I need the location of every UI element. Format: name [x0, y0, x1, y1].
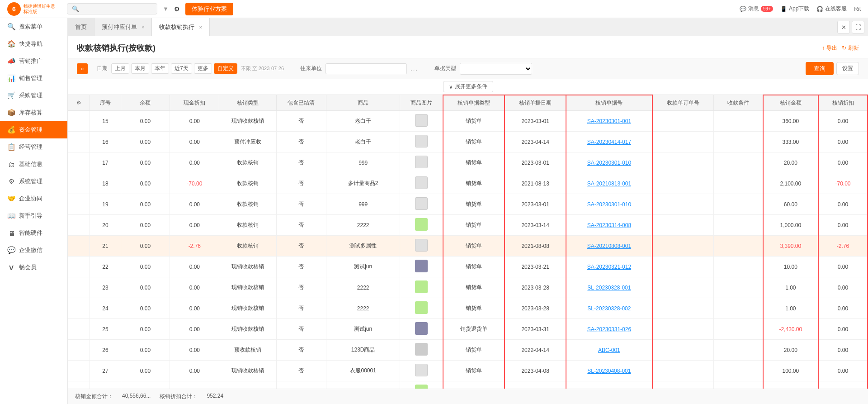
sidebar-item-marketing[interactable]: 📣 营销推广 — [0, 52, 67, 70]
megaphone-icon: 📣 — [7, 57, 15, 65]
date-btn-last-month[interactable]: 上月 — [111, 63, 129, 74]
th-goods: 商品 — [326, 95, 400, 111]
td-receipt-no — [652, 236, 714, 257]
td-amount: 2,100.00 — [763, 173, 818, 194]
export-button[interactable]: ↑ 导出 — [822, 44, 837, 52]
td-amount: 1.00 — [763, 277, 818, 298]
td-verify-no[interactable]: SA-20230314-008 — [566, 215, 652, 236]
td-verify-no[interactable]: SA-20230301-010 — [566, 152, 652, 173]
td-verify-no[interactable]: SL-20230418-001 — [566, 381, 652, 389]
sidebar-label-basic: 基础信息 — [19, 160, 42, 168]
sidebar-item-wechat[interactable]: 💬 企业微信 — [0, 242, 67, 259]
dropdown-arrow-icon[interactable]: ▼ — [163, 5, 169, 12]
settings-icon[interactable]: ⚙ — [174, 5, 180, 13]
td-balance: 0.00 — [121, 277, 170, 298]
sidebar-item-hardware[interactable]: 🖥 智能硬件 — [0, 224, 67, 242]
td-balance: 0.00 — [121, 152, 170, 173]
sidebar-item-collab[interactable]: 🤝 企业协同 — [0, 190, 67, 207]
app-download-area[interactable]: 📱 App下载 — [780, 5, 809, 13]
table-footer: 核销金额合计： 40,556,66... 核销折扣合计： 952.24 — [68, 389, 868, 404]
td-seq: 25 — [90, 319, 121, 340]
content-area: 首页 预付冲应付单 × 收款核销执行 × ✕ ⛶ 收款核销执行(按收款) ↑ — [68, 18, 868, 404]
sidebar: 🔍 搜索菜单 🏠 快捷导航 📣 营销推广 📊 销售管理 🛒 采购管理 📦 库存核… — [0, 18, 68, 404]
td-type: 收款核销 — [219, 152, 277, 173]
td-discount: 0.00 — [818, 381, 868, 389]
td-gear — [68, 194, 90, 215]
tab-home[interactable]: 首页 — [68, 18, 94, 36]
th-gear[interactable]: ⚙ — [68, 95, 90, 111]
maximize-button[interactable]: ⛶ — [852, 21, 864, 33]
td-verify-type: 销货单 — [443, 381, 505, 389]
td-verify-no[interactable]: SA-20230301-010 — [566, 194, 652, 215]
th-verify-date: 核销单据日期 — [505, 95, 566, 111]
td-condition — [714, 340, 763, 361]
settings-button[interactable]: 设置 — [836, 62, 859, 75]
sidebar-item-vip[interactable]: V 畅会员 — [0, 259, 67, 276]
industry-button[interactable]: 体验行业方案 — [185, 3, 233, 15]
sidebar-item-system[interactable]: ⚙ 系统管理 — [0, 173, 67, 190]
online-service-area[interactable]: 🎧 在线客服 — [816, 5, 847, 13]
td-type: 现销收款核销 — [219, 298, 277, 319]
td-balance: 0.00 — [121, 298, 170, 319]
td-seq: 28 — [90, 381, 121, 389]
td-goods: 2222 — [326, 298, 400, 319]
date-btn-this-month[interactable]: 本月 — [131, 63, 149, 74]
td-verify-no[interactable]: SA-20230321-012 — [566, 257, 652, 277]
data-table: ⚙ 序号 余额 现金折扣 核销类型 包含已结清 商品 商品图片 核销单据类型 核… — [68, 95, 868, 389]
td-image — [400, 215, 443, 236]
expand-conditions-button[interactable]: ∨ 展开更多条件 — [443, 81, 493, 92]
td-verify-no[interactable]: SA-20230331-026 — [566, 319, 652, 340]
refresh-label: 刷新 — [848, 44, 859, 52]
table-row: 21 0.00 -2.76 收款核销 否 测试多属性 销货单 2021-08-0… — [68, 236, 868, 257]
date-btn-this-year[interactable]: 本年 — [151, 63, 169, 74]
collapse-btn[interactable]: » — [77, 63, 88, 74]
sidebar-item-quicknav[interactable]: 🏠 快捷导航 — [0, 35, 67, 52]
sidebar-item-operations[interactable]: 📋 经营管理 — [0, 138, 67, 156]
sidebar-item-sales[interactable]: 📊 销售管理 — [0, 70, 67, 87]
tab-verify-close[interactable]: × — [199, 24, 202, 30]
td-verify-no[interactable]: SA-20230414-017 — [566, 132, 652, 152]
query-button[interactable]: 查询 — [806, 62, 834, 75]
sidebar-label-system: 系统管理 — [19, 177, 42, 185]
tab-prepay-label: 预付冲应付单 — [102, 23, 137, 31]
td-gear — [68, 361, 90, 381]
td-verify-no[interactable]: SL-20230408-001 — [566, 361, 652, 381]
td-discount: -70.00 — [818, 173, 868, 194]
expand-down-icon: ∨ — [449, 84, 453, 90]
sidebar-item-inventory[interactable]: 📦 库存核算 — [0, 104, 67, 121]
refresh-button[interactable]: ↻ 刷新 — [842, 44, 859, 52]
tab-bar: 首页 预付冲应付单 × 收款核销执行 × ✕ ⛶ — [68, 18, 868, 36]
td-verify-type: 销货单 — [443, 152, 505, 173]
td-verify-no[interactable]: SA-20230301-001 — [566, 111, 652, 132]
search-area[interactable]: 🔍 — [67, 3, 157, 14]
td-seq: 26 — [90, 340, 121, 361]
td-amount: 333.00 — [763, 132, 818, 152]
td-verify-no[interactable]: SA-20210808-001 — [566, 236, 652, 257]
sidebar-item-purchase[interactable]: 🛒 采购管理 — [0, 87, 67, 104]
sidebar-item-finance[interactable]: 💰 资金管理 — [0, 121, 67, 138]
sidebar-item-guide[interactable]: 📖 新手引导 — [0, 207, 67, 224]
date-btn-7days[interactable]: 近7天 — [171, 63, 192, 74]
top-bar-right: 💬 消息 99+ 📱 App下载 🎧 在线客服 Rit — [740, 5, 861, 13]
date-btn-more[interactable]: 更多 — [194, 63, 212, 74]
close-window-button[interactable]: ✕ — [837, 21, 850, 33]
td-amount: 100.00 — [763, 361, 818, 381]
tab-prepay-close[interactable]: × — [142, 24, 144, 30]
td-verify-no[interactable]: SL-20230328-001 — [566, 277, 652, 298]
tab-verify[interactable]: 收款核销执行 × — [152, 18, 209, 36]
notification-area[interactable]: 💬 消息 99+ — [740, 5, 773, 13]
td-verify-no[interactable]: ABC-001 — [566, 340, 652, 361]
table-container: ⚙ 序号 余额 现金折扣 核销类型 包含已结清 商品 商品图片 核销单据类型 核… — [68, 95, 868, 389]
unit-filter-input[interactable] — [326, 63, 407, 74]
td-condition — [714, 277, 763, 298]
td-verify-date: 2023-04-14 — [505, 132, 566, 152]
type-filter-select[interactable] — [460, 63, 532, 75]
td-verify-no[interactable]: SA-20210813-001 — [566, 173, 652, 194]
td-amount: 360.00 — [763, 111, 818, 132]
tab-prepay[interactable]: 预付冲应付单 × — [94, 18, 152, 36]
td-verify-no[interactable]: SL-20230328-002 — [566, 298, 652, 319]
date-btn-custom[interactable]: 自定义 — [214, 63, 237, 74]
sidebar-item-basic[interactable]: 🗂 基础信息 — [0, 156, 67, 173]
sidebar-item-search[interactable]: 🔍 搜索菜单 — [0, 18, 67, 35]
user-area[interactable]: Rit — [854, 6, 861, 12]
